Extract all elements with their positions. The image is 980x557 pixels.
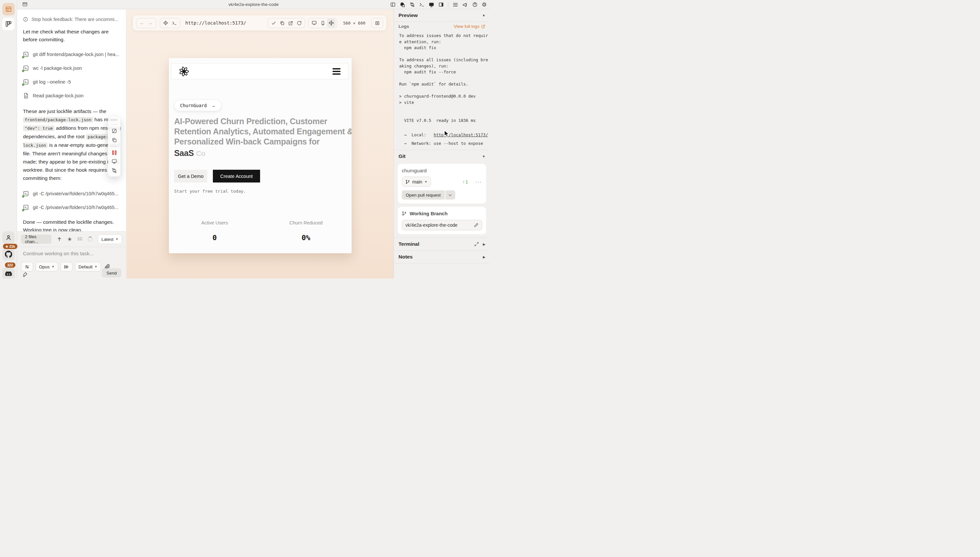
target-icon[interactable]: [162, 19, 170, 28]
desktop-icon[interactable]: [310, 19, 318, 28]
right-panel: Preview ▼ Logs View full logs To address…: [394, 9, 490, 278]
git-compare-icon[interactable]: [410, 2, 415, 7]
log-output[interactable]: To address issues that do not requir e a…: [394, 30, 490, 150]
split-columns-icon[interactable]: [373, 19, 381, 28]
working-branch-input[interactable]: vk/4e2a-explore-the-code: [402, 220, 482, 230]
split-columns-icon-active[interactable]: [112, 150, 116, 155]
inline-code: "dev": true: [23, 125, 54, 131]
console-icon[interactable]: [170, 19, 178, 28]
page-navbar: [171, 64, 349, 79]
latest-dropdown[interactable]: Latest▼: [98, 234, 122, 244]
panel-left-icon[interactable]: [390, 2, 395, 7]
local-url-link[interactable]: http://localhost:5173/: [434, 132, 488, 137]
resize-move-icon[interactable]: [327, 19, 335, 28]
github-button[interactable]: [2, 248, 15, 261]
megaphone-icon[interactable]: [462, 2, 468, 8]
mobile-icon[interactable]: [318, 19, 327, 28]
terminal-box-icon: [23, 65, 29, 71]
floating-toolbar[interactable]: [108, 117, 120, 177]
workspace-tab-active[interactable]: [2, 3, 15, 15]
refresh-icon[interactable]: [295, 19, 304, 28]
git-menu-button[interactable]: ···: [475, 179, 482, 184]
forward-button[interactable]: →: [146, 19, 155, 28]
create-account-button[interactable]: Create Account: [213, 170, 260, 182]
expand-right-icon: ▶: [483, 255, 485, 259]
drag-handle-icon[interactable]: [111, 119, 117, 121]
terminal-icon[interactable]: [419, 2, 425, 7]
chevron-down-icon: ▼: [95, 265, 97, 268]
preview-section-header[interactable]: Preview ▼: [394, 9, 490, 22]
assistant-paragraph: These are just lockfile artifacts — the …: [23, 107, 122, 182]
kanban-tab[interactable]: [2, 18, 15, 30]
view-full-logs-link[interactable]: View full logs: [454, 24, 485, 29]
monitor-icon[interactable]: [111, 159, 117, 164]
chevron-down-icon: ▼: [425, 180, 427, 184]
edit-note-icon[interactable]: [111, 128, 117, 134]
stat-churn-reduced: Churn Reduced 0%: [260, 220, 352, 242]
git-repo-card: churnguard main ▼ ↑ 1 ··· Open pull requ…: [398, 164, 486, 204]
flower-logo-icon: [179, 67, 189, 77]
gear-icon[interactable]: ⚙: [482, 2, 487, 8]
checklist-icon[interactable]: [77, 236, 83, 242]
git-branch-icon: [405, 179, 410, 184]
url-field[interactable]: http://localhost:5173/: [185, 20, 265, 26]
account-button[interactable]: [2, 231, 15, 244]
tool-call-row[interactable]: wc -l package-lock.json: [23, 65, 120, 71]
monitor-icon[interactable]: [429, 2, 434, 8]
star-icon: ★: [5, 244, 8, 248]
highlighter-icon[interactable]: [22, 272, 28, 277]
send-button[interactable]: Send: [102, 268, 121, 277]
terminal-box-icon: [23, 191, 29, 197]
mode-dropdown[interactable]: Default▼: [75, 262, 101, 272]
page-menu-icon[interactable]: [333, 68, 340, 75]
tool-call-row[interactable]: git -C /private/var/folders/10/h7w0q465.…: [23, 191, 120, 197]
edit-pencil-icon[interactable]: [474, 223, 479, 227]
tool-call-row[interactable]: git diff frontend/package-lock.json | he…: [23, 51, 120, 57]
git-section-header[interactable]: Git ▼: [394, 150, 490, 163]
git-compare-icon[interactable]: [111, 168, 117, 173]
device-buttons: [308, 18, 337, 28]
branch-dropdown[interactable]: main ▼: [402, 177, 431, 187]
get-demo-button[interactable]: Get a Demo: [174, 170, 207, 182]
help-icon[interactable]: [472, 2, 477, 7]
pr-options-button[interactable]: [445, 191, 455, 200]
collapse-icon: ▼: [482, 14, 485, 17]
chat-input[interactable]: Continue working on this task...: [23, 251, 93, 257]
github-icon: [5, 251, 12, 258]
back-button[interactable]: ←: [138, 19, 146, 28]
sparkle-icon[interactable]: ✳: [67, 236, 72, 243]
terminal-box-icon: [23, 204, 29, 210]
chat-footer: 2 files chan... ✳ Latest▼ Continue worki…: [17, 231, 126, 278]
github-stars-badge: ★21k: [3, 244, 17, 249]
settings-sliders-button[interactable]: [21, 262, 33, 272]
panel-right-icon[interactable]: [438, 2, 444, 7]
hook-feedback-banner[interactable]: Stop hook feedback: There are uncommi...: [23, 17, 120, 22]
terminal-section-header[interactable]: Terminal ▶: [394, 238, 490, 250]
spinner-icon: [88, 236, 93, 242]
chat-bubble-icon[interactable]: [400, 2, 405, 8]
tool-call-row[interactable]: Read package-lock.json: [23, 93, 120, 99]
success-dot: [22, 56, 24, 58]
page-heading: AI-Powered Churn Prediction, Customer Re…: [174, 116, 351, 159]
copy-icon[interactable]: [111, 137, 117, 143]
fast-forward-button[interactable]: [60, 262, 72, 272]
tool-call-row[interactable]: git -C /private/var/folders/10/h7w0q465.…: [23, 204, 120, 210]
scroll-up-icon[interactable]: [57, 236, 62, 242]
page-tagline: Start your free trial today.: [174, 189, 246, 194]
nav-buttons: ← →: [136, 18, 157, 28]
copy-icon[interactable]: [278, 19, 286, 28]
titlebar: vk/4e2a-explore-the-code ⚙: [17, 0, 490, 9]
open-pr-button[interactable]: Open pull request: [402, 191, 445, 200]
page-badge[interactable]: ChurnGuard→: [174, 99, 221, 111]
expand-icon[interactable]: [474, 242, 479, 246]
left-rail: ★21k 322: [0, 0, 17, 278]
tool-call-row[interactable]: git log --oneline -5: [23, 79, 120, 85]
check-icon[interactable]: [269, 19, 278, 28]
open-external-icon[interactable]: [286, 19, 295, 28]
model-dropdown[interactable]: Opus▼: [36, 262, 58, 272]
notes-section-header[interactable]: Notes ▶: [394, 250, 490, 264]
chevron-down-icon: ▼: [116, 238, 118, 241]
files-changed-button[interactable]: 2 files chan...: [21, 235, 52, 244]
menu-icon[interactable]: [452, 2, 458, 8]
discord-button[interactable]: [2, 268, 15, 278]
